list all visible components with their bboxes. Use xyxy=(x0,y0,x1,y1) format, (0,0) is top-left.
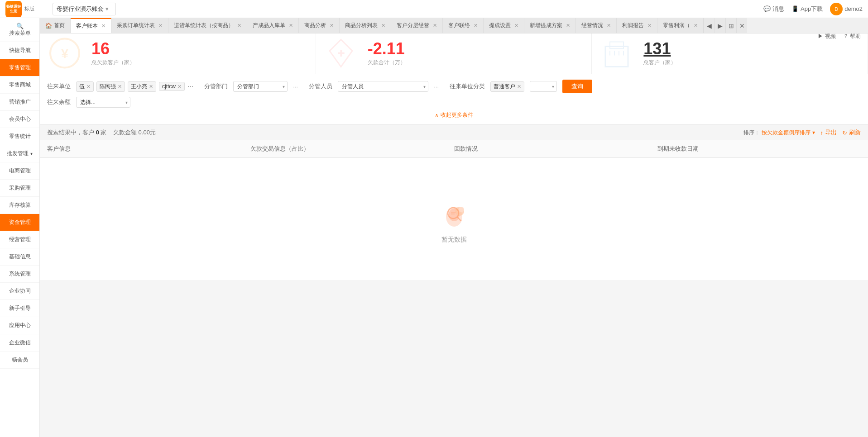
tab-product-instock-close[interactable]: ✕ xyxy=(289,23,293,28)
filter-tag-wang[interactable]: 王小亮 ✕ xyxy=(128,81,156,92)
sidebar-item-capital-mgmt[interactable]: 资金管理 xyxy=(0,214,39,231)
tab-purchase-order-stats-close[interactable]: ✕ xyxy=(158,23,163,28)
sidebar-item-retail-stats[interactable]: 零售统计 xyxy=(0,128,39,145)
tab-retail-profit[interactable]: 零售利润（ ✕ xyxy=(657,18,704,33)
dept-dots-icon[interactable]: ··· xyxy=(293,83,298,90)
sort-select[interactable]: 排序： 按欠款金额倒序排序 ▾ xyxy=(743,129,815,137)
phone-icon: 📱 xyxy=(791,5,799,12)
filter-tag-cjttcw[interactable]: cjttcw ✕ xyxy=(159,82,185,91)
sidebar-item-wholesale-mgmt[interactable]: 批发管理 ▾ xyxy=(0,145,39,162)
filter-tag-wu[interactable]: 伍 ✕ xyxy=(76,81,94,92)
help-icon: ？ xyxy=(843,33,849,39)
total-debt-customers-number: 16 xyxy=(91,41,135,57)
unit-category-select[interactable] xyxy=(530,81,557,92)
tab-operation-status[interactable]: 经营情况 ✕ xyxy=(576,18,617,33)
tab-product-analysis[interactable]: 商品分析 ✕ xyxy=(299,18,340,33)
filter-more-icon[interactable]: ··· xyxy=(187,82,193,90)
svg-text:¥: ¥ xyxy=(61,46,68,60)
store-selector[interactable]: 母婴行业演示账套 ▾ xyxy=(53,3,116,15)
tab-product-analysis-list[interactable]: 商品分析列表 ✕ xyxy=(340,18,391,33)
dept-select[interactable]: 分管部门 xyxy=(233,81,288,92)
sidebar-search[interactable]: 🔍 搜索菜单 xyxy=(0,18,39,42)
tab-instock-stats-product[interactable]: 进货单统计表（按商品） ✕ xyxy=(168,18,247,33)
manager-dots-icon[interactable]: ··· xyxy=(434,83,439,90)
tab-nav-left[interactable]: ◀ xyxy=(704,18,715,33)
sidebar-item-purchase-mgmt[interactable]: 采购管理 xyxy=(0,180,39,197)
export-button[interactable]: ↑ 导出 xyxy=(820,128,837,137)
tab-profit-report-close[interactable]: ✕ xyxy=(647,23,652,28)
sidebar-item-member-center[interactable]: 会员中心 xyxy=(0,111,39,128)
filter-tag-normal-customer-close[interactable]: ✕ xyxy=(517,84,521,90)
filter-tag-chen[interactable]: 陈民强 ✕ xyxy=(96,81,125,92)
tab-customer-ledger[interactable]: 客户账本 ✕ xyxy=(71,18,111,33)
dept-filter-label: 分管部门 xyxy=(204,82,228,90)
collapse-chevron-icon: ∧ xyxy=(435,112,439,119)
filter-tag-wu-close[interactable]: ✕ xyxy=(86,84,91,90)
page-content: ▶ 视频 ？ 帮助 ¥ xyxy=(40,33,868,437)
app-download-button[interactable]: 📱 App下载 xyxy=(791,5,823,13)
help-button[interactable]: ？ 帮助 xyxy=(843,33,861,40)
filter-tag-normal-customer[interactable]: 普通客户 ✕ xyxy=(490,81,524,92)
sidebar-item-new-guide[interactable]: 新手引导 xyxy=(0,300,39,317)
tab-add-raise-plan-close[interactable]: ✕ xyxy=(566,23,570,28)
tab-customer-contact-close[interactable]: ✕ xyxy=(474,23,478,28)
table-wrapper: 客户信息 欠款交易信息（占比） 回款情况 到期未收款日期 xyxy=(40,140,868,280)
message-icon: 💬 xyxy=(763,5,771,12)
sidebar-item-inventory-check[interactable]: 库存核算 xyxy=(0,197,39,214)
tab-raise-settings-close[interactable]: ✕ xyxy=(514,23,518,28)
unit-category-select-wrapper xyxy=(530,81,557,92)
user-area[interactable]: D demo2 xyxy=(830,3,863,15)
filter-tag-chen-close[interactable]: ✕ xyxy=(118,84,122,90)
sidebar-item-operation-mgmt[interactable]: 经营管理 xyxy=(0,231,39,248)
tab-add-raise-plan[interactable]: 新增提成方案 ✕ xyxy=(524,18,576,33)
tab-nav-right[interactable]: ▶ xyxy=(715,18,725,33)
sidebar-item-ecommerce-mgmt[interactable]: 电商管理 xyxy=(0,162,39,180)
tab-product-analysis-list-close[interactable]: ✕ xyxy=(381,23,385,28)
customer-count: 0 xyxy=(96,129,99,136)
tab-operation-status-close[interactable]: ✕ xyxy=(607,23,611,28)
filter-tag-cjttcw-close[interactable]: ✕ xyxy=(177,84,182,90)
tab-raise-settings[interactable]: 提成设置 ✕ xyxy=(484,18,524,33)
sidebar-item-retail-mgmt[interactable]: 零售管理 xyxy=(0,59,39,76)
tab-customer-contact[interactable]: 客户联络 ✕ xyxy=(443,18,484,33)
tab-profit-report[interactable]: 利润报告 ✕ xyxy=(617,18,657,33)
logo-text: 畅捷通好生意 xyxy=(5,5,22,13)
sidebar-item-basic-info[interactable]: 基础信息 xyxy=(0,248,39,266)
tab-nav-expand[interactable]: ⊞ xyxy=(725,18,736,33)
tab-retail-profit-close[interactable]: ✕ xyxy=(694,23,698,28)
new-guide-label: 新手引导 xyxy=(9,305,31,311)
sidebar-item-marketing[interactable]: 营销推广 xyxy=(0,94,39,111)
sidebar-item-vip-member[interactable]: 畅会员 xyxy=(0,352,39,369)
tab-product-analysis-close[interactable]: ✕ xyxy=(330,23,334,28)
tab-product-instock[interactable]: 产成品入库单 ✕ xyxy=(247,18,299,33)
tab-purchase-order-stats[interactable]: 采购订单统计表 ✕ xyxy=(111,18,168,33)
sidebar-item-app-center[interactable]: 应用中心 xyxy=(0,317,39,334)
tab-customer-segment-close[interactable]: ✕ xyxy=(433,23,437,28)
tab-customer-ledger-close[interactable]: ✕ xyxy=(101,23,106,29)
filter-tag-normal-customer-text: 普通客户 xyxy=(494,83,515,90)
sidebar: 🔍 搜索菜单 快捷导航 零售管理 零售商城 营销推广 会员中心 零售统计 xyxy=(0,18,40,437)
sidebar-item-enterprise-wechat[interactable]: 企业微信 xyxy=(0,334,39,352)
sidebar-item-retail-mall[interactable]: 零售商城 xyxy=(0,76,39,94)
table-col-customer-info: 客户信息 xyxy=(47,145,250,153)
filter-tag-wang-close[interactable]: ✕ xyxy=(149,84,153,90)
refresh-button[interactable]: ↻ 刷新 xyxy=(842,128,861,137)
total-debt-customers-label: 总欠款客户（家） xyxy=(91,59,135,66)
inventory-check-label: 库存核算 xyxy=(9,202,31,208)
query-button[interactable]: 查询 xyxy=(562,80,592,93)
video-button[interactable]: ▶ 视频 xyxy=(818,33,835,40)
remaining-select[interactable]: 选择... xyxy=(76,97,130,108)
ecommerce-mgmt-label: 电商管理 xyxy=(9,167,31,174)
empty-icon xyxy=(436,194,472,230)
manager-select-wrapper: 分管人员 xyxy=(338,81,428,92)
message-button[interactable]: 💬 消息 xyxy=(763,5,784,13)
filter-collapse-button[interactable]: ∧ 收起更多条件 xyxy=(47,111,861,119)
tab-instock-stats-product-close[interactable]: ✕ xyxy=(237,23,241,28)
manager-select[interactable]: 分管人员 xyxy=(338,81,428,92)
tab-home[interactable]: 🏠 首页 xyxy=(40,18,71,33)
sidebar-item-system-mgmt[interactable]: 系统管理 xyxy=(0,266,39,283)
tab-customer-segment[interactable]: 客户分层经营 ✕ xyxy=(391,18,443,33)
sidebar-item-enterprise-collab[interactable]: 企业协同 xyxy=(0,283,39,300)
sidebar-item-quick-nav[interactable]: 快捷导航 xyxy=(0,42,39,59)
tab-close-all[interactable]: ✕ xyxy=(736,18,747,33)
